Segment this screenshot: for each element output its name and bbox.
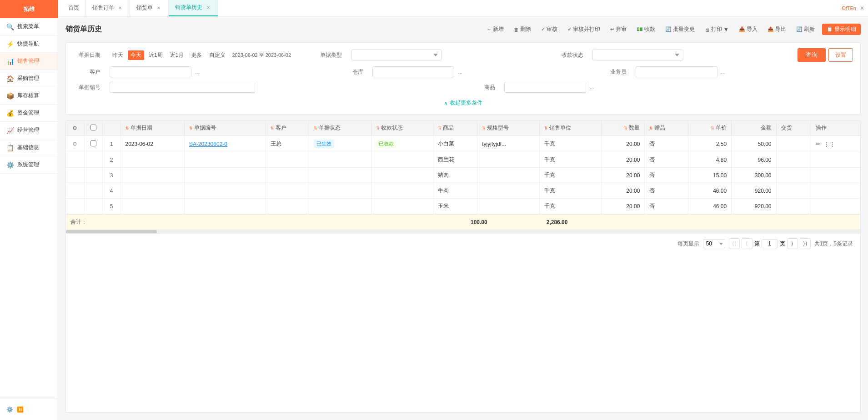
salesperson-dots[interactable]: ...: [721, 69, 726, 75]
cell-doc-num[interactable]: [184, 168, 266, 183]
th-qty[interactable]: ⇅ 数量: [601, 120, 644, 136]
export-button[interactable]: 📤 导出: [765, 24, 789, 35]
cell-customer: 王总: [266, 136, 309, 152]
query-button[interactable]: 查询: [798, 48, 826, 62]
th-unit-price[interactable]: ⇅ 单价: [688, 120, 731, 136]
row-num: 1: [102, 136, 120, 152]
audit-button[interactable]: ✓ 审核: [538, 24, 560, 35]
show-detail-button[interactable]: 📋 显示明细: [822, 24, 861, 35]
tab-sales-history[interactable]: 销货单历史 ✕: [169, 0, 218, 16]
th-spec[interactable]: ⇅ 规格型号: [477, 120, 539, 136]
th-doc-date[interactable]: ⇅ 单据日期: [120, 120, 184, 136]
goods-dots[interactable]: ...: [590, 84, 594, 90]
tab-sales-goods-close[interactable]: ✕: [156, 5, 162, 11]
row-num: 5: [102, 199, 120, 214]
row-checkbox[interactable]: [90, 140, 96, 146]
cell-qty: 20.00: [601, 168, 644, 183]
doc-num-link[interactable]: SA-20230602-0: [189, 141, 227, 147]
sidebar-item-system[interactable]: ⚙️ 系统管理: [0, 156, 58, 174]
sidebar-item-quicknav[interactable]: ⚡ 快捷导航: [0, 35, 58, 53]
th-goods[interactable]: ⇅ 商品: [433, 120, 477, 136]
data-table: ⚙ ⇅ 单据日期: [66, 120, 860, 214]
sidebar-item-operation[interactable]: 📈 经营管理: [0, 122, 58, 139]
horizontal-scrollbar[interactable]: [66, 230, 860, 233]
cell-doc-num[interactable]: [184, 152, 266, 168]
prev-page-button[interactable]: ⟨: [742, 238, 753, 249]
batch-change-button[interactable]: 🔄 批量变更: [662, 24, 697, 35]
row-num: 4: [102, 183, 120, 199]
collapse-button[interactable]: ∧ 收起更多条件: [442, 97, 484, 109]
cell-spec: tyjyjtyjdf...: [477, 136, 539, 152]
cell-doc-num[interactable]: [184, 183, 266, 199]
sidebar-item-purchase[interactable]: 🏠 采购管理: [0, 70, 58, 87]
cell-gift: 否: [645, 136, 688, 152]
tab-sales-goods[interactable]: 销货单 ✕: [130, 0, 169, 16]
filter-row-2: 客户 ... 仓库 ... 业务员 ...: [73, 66, 853, 77]
doc-num-input[interactable]: [110, 82, 255, 93]
th-doc-status[interactable]: ⇅ 单据状态: [309, 120, 371, 136]
cell-unit: 千克: [539, 152, 601, 168]
audit-print-button[interactable]: ✓ 审核并打印: [565, 24, 603, 35]
doc-type-select[interactable]: [351, 50, 442, 60]
date-tab-today[interactable]: 今天: [128, 50, 144, 60]
date-tab-more[interactable]: 更多: [188, 50, 205, 60]
sidebar-item-finance[interactable]: 💰 资金管理: [0, 105, 58, 122]
tab-sales-history-close[interactable]: ✕: [205, 5, 211, 10]
cell-amount: 50.00: [732, 136, 776, 152]
th-doc-num[interactable]: ⇅ 单据编号: [184, 120, 266, 136]
batch-change-icon: 🔄: [665, 26, 672, 32]
date-tab-yesterday[interactable]: 昨天: [110, 50, 126, 60]
sidebar-item-basic[interactable]: 📋 基础信息: [0, 139, 58, 156]
sidebar-item-sales[interactable]: 📊 销售管理: [0, 53, 58, 70]
warehouse-input[interactable]: [372, 66, 454, 77]
date-tab-last30[interactable]: 近1月: [167, 50, 187, 60]
sidebar-item-inventory[interactable]: 📦 库存核算: [0, 87, 58, 105]
refresh-button[interactable]: 🔄 刷新: [793, 24, 818, 35]
abandon-button[interactable]: ↩ 弃审: [607, 24, 629, 35]
th-collect-status[interactable]: ⇅ 收款状态: [371, 120, 433, 136]
set-button[interactable]: 设置: [828, 48, 853, 62]
cell-qty: 20.00: [601, 199, 644, 214]
goods-input[interactable]: [504, 82, 586, 93]
th-customer[interactable]: ⇅ 客户: [266, 120, 309, 136]
cell-doc-num[interactable]: SA-20230602-0: [184, 136, 266, 152]
cell-doc-num[interactable]: [184, 199, 266, 214]
add-button[interactable]: ＋ 新增: [484, 24, 507, 35]
tab-sales-order[interactable]: 销售订单 ✕: [86, 0, 130, 16]
cell-actions: ✏⋮⋮: [811, 136, 860, 152]
cell-unit-price: 46.00: [688, 199, 731, 214]
print-button[interactable]: 🖨 打印 ▼: [702, 24, 732, 35]
import-button[interactable]: 📥 导入: [736, 24, 760, 35]
more-action-icon[interactable]: ⋮⋮: [823, 140, 835, 147]
last-page-button[interactable]: ⟩⟩: [800, 238, 811, 249]
collect-status-select[interactable]: [592, 50, 683, 60]
edit-action-icon[interactable]: ✏: [816, 140, 821, 147]
cell-collect-status: [371, 152, 433, 168]
table-settings-icon[interactable]: ⚙: [72, 125, 77, 131]
warehouse-dots[interactable]: ...: [458, 69, 462, 75]
customer-dots[interactable]: ...: [195, 69, 200, 75]
page-input[interactable]: [762, 239, 778, 248]
select-all-checkbox[interactable]: [90, 125, 96, 130]
main-area: 首页 销售订单 ✕ 销货单 ✕ 销货单历史 ✕ OfTEn ✕ 销货单历史 ＋ …: [58, 0, 868, 420]
customer-input[interactable]: [110, 66, 191, 77]
tab-home[interactable]: 首页: [62, 0, 86, 16]
close-all-btn[interactable]: ✕: [860, 5, 864, 11]
next-page-button[interactable]: ⟩: [787, 238, 798, 249]
sidebar-item-search[interactable]: 🔍 搜索菜单: [0, 18, 58, 35]
sidebar-settings-btn[interactable]: ⚙️ ⏸️: [0, 403, 58, 416]
collect-button[interactable]: 💵 收款: [634, 24, 658, 35]
sort-unit-price-icon: ⇅: [711, 126, 714, 130]
per-page-select[interactable]: 50 100 200: [703, 239, 725, 248]
salesperson-input[interactable]: [636, 66, 717, 77]
row-settings-icon[interactable]: ⚙: [72, 141, 77, 147]
tab-sales-order-close[interactable]: ✕: [117, 5, 123, 11]
cell-unit-price: 15.00: [688, 168, 731, 183]
cell-actions: [811, 168, 860, 183]
th-gift[interactable]: ⇅ 赠品: [645, 120, 688, 136]
delete-button[interactable]: 🗑 删除: [511, 24, 534, 35]
date-tab-last7[interactable]: 近1周: [146, 50, 166, 60]
date-tab-custom[interactable]: 自定义: [206, 50, 228, 60]
th-unit[interactable]: ⇅ 销售单位: [539, 120, 601, 136]
first-page-button[interactable]: ⟨⟨: [729, 238, 740, 249]
